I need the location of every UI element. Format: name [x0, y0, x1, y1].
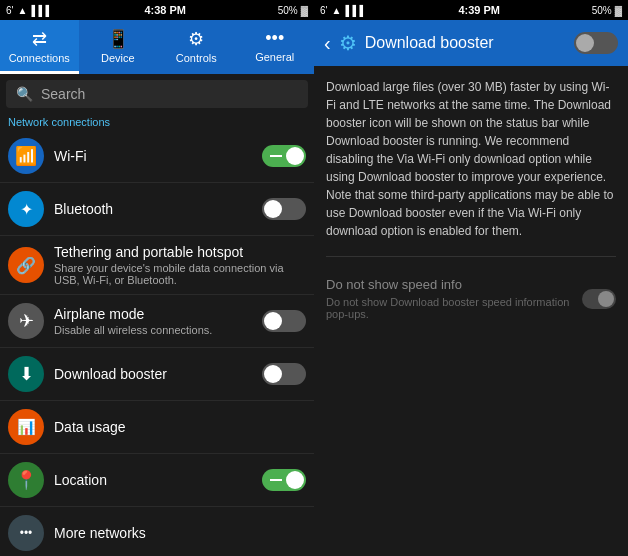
left-panel: 6' ▲ ▌▌▌ 4:38 PM 50% ▓ ⇄ Connections 📱 D… [0, 0, 314, 556]
tethering-title: Tethering and portable hotspot [54, 244, 306, 260]
tab-connections-label: Connections [9, 52, 70, 64]
tab-general-label: General [255, 51, 294, 63]
general-icon: ••• [265, 28, 284, 49]
right-wifi-icon: ▲ [331, 5, 341, 16]
tab-device[interactable]: 📱 Device [79, 20, 158, 74]
back-button[interactable]: ‹ [324, 32, 331, 55]
tab-controls-label: Controls [176, 52, 217, 64]
tethering-text: Tethering and portable hotspot Share you… [54, 244, 306, 286]
airplane-toggle[interactable] [262, 310, 306, 332]
download-booster-toggle[interactable] [262, 363, 306, 385]
right-battery-icon: ▓ [615, 5, 622, 16]
wifi-toggle-knob [286, 147, 304, 165]
tab-bar: ⇄ Connections 📱 Device ⚙ Controls ••• Ge… [0, 20, 314, 74]
section-label: Network connections [0, 112, 314, 130]
status-time: 4:38 PM [144, 4, 186, 16]
header-toggle[interactable] [574, 32, 618, 54]
right-header: ‹ ⚙ Download booster [314, 20, 628, 66]
airplane-toggle-knob [264, 312, 282, 330]
download-booster-text: Download booster [54, 366, 262, 382]
right-status-time: 4:39 PM [458, 4, 500, 16]
header-gear-icon: ⚙ [339, 31, 357, 55]
download-booster-toggle-knob [264, 365, 282, 383]
location-toggle[interactable] [262, 469, 306, 491]
speed-info-title: Do not show speed info [326, 277, 582, 292]
menu-item-tethering[interactable]: 🔗 Tethering and portable hotspot Share y… [0, 236, 314, 295]
menu-item-location[interactable]: 📍 Location [0, 454, 314, 507]
battery-text: 50% [278, 5, 298, 16]
divider [326, 256, 616, 257]
signal-text: 6' [6, 5, 13, 16]
battery-icon: ▓ [301, 5, 308, 16]
speed-info-text: Do not show speed info Do not show Downl… [326, 277, 582, 320]
left-status-bar: 6' ▲ ▌▌▌ 4:38 PM 50% ▓ [0, 0, 314, 20]
menu-item-more-networks[interactable]: ••• More networks [0, 507, 314, 556]
wifi-icon: ▲ [17, 5, 27, 16]
right-signal-text: 6' [320, 5, 327, 16]
airplane-title: Airplane mode [54, 306, 262, 322]
right-status-right: 50% ▓ [592, 5, 622, 16]
location-toggle-line [270, 479, 282, 481]
airplane-subtitle: Disable all wireless connections. [54, 324, 262, 336]
status-left: 6' ▲ ▌▌▌ [6, 5, 53, 16]
controls-icon: ⚙ [188, 28, 204, 50]
menu-list: 📶 Wi-Fi ✦ Bluetooth 🔗 Tethering and port [0, 130, 314, 556]
search-bar[interactable]: 🔍 Search [6, 80, 308, 108]
right-status-left: 6' ▲ ▌▌▌ [320, 5, 367, 16]
data-usage-title: Data usage [54, 419, 306, 435]
wifi-text: Wi-Fi [54, 148, 262, 164]
location-icon: 📍 [8, 462, 44, 498]
bluetooth-title: Bluetooth [54, 201, 262, 217]
right-content: Download large files (over 30 MB) faster… [314, 66, 628, 556]
connections-icon: ⇄ [32, 28, 47, 50]
tethering-icon: 🔗 [8, 247, 44, 283]
wifi-title: Wi-Fi [54, 148, 262, 164]
more-networks-text: More networks [54, 525, 306, 541]
speed-info-toggle[interactable] [582, 289, 616, 309]
location-text: Location [54, 472, 262, 488]
download-booster-icon: ⬇ [8, 356, 44, 392]
airplane-text: Airplane mode Disable all wireless conne… [54, 306, 262, 336]
tab-connections[interactable]: ⇄ Connections [0, 20, 79, 74]
bluetooth-text: Bluetooth [54, 201, 262, 217]
wifi-toggle-line [270, 155, 282, 157]
download-booster-title: Download booster [54, 366, 262, 382]
menu-item-download-booster[interactable]: ⬇ Download booster [0, 348, 314, 401]
right-battery-text: 50% [592, 5, 612, 16]
more-networks-icon: ••• [8, 515, 44, 551]
search-placeholder: Search [41, 86, 85, 102]
menu-item-data-usage[interactable]: 📊 Data usage [0, 401, 314, 454]
bluetooth-toggle[interactable] [262, 198, 306, 220]
menu-item-wifi[interactable]: 📶 Wi-Fi [0, 130, 314, 183]
device-icon: 📱 [107, 28, 129, 50]
status-right: 50% ▓ [278, 5, 308, 16]
speed-info-section: Do not show speed info Do not show Downl… [326, 265, 616, 328]
search-icon: 🔍 [16, 86, 33, 102]
location-title: Location [54, 472, 262, 488]
wifi-icon: 📶 [8, 138, 44, 174]
right-status-bar: 6' ▲ ▌▌▌ 4:39 PM 50% ▓ [314, 0, 628, 20]
tab-device-label: Device [101, 52, 135, 64]
speed-info-subtitle: Do not show Download booster speed infor… [326, 296, 582, 320]
header-toggle-knob [576, 34, 594, 52]
airplane-icon: ✈ [8, 303, 44, 339]
bluetooth-icon: ✦ [8, 191, 44, 227]
signal-icon: ▌▌▌ [31, 5, 52, 16]
right-signal-icon: ▌▌▌ [345, 5, 366, 16]
bluetooth-toggle-knob [264, 200, 282, 218]
tab-controls[interactable]: ⚙ Controls [157, 20, 236, 74]
speed-toggle-row: Do not show speed info Do not show Downl… [326, 277, 616, 320]
menu-item-airplane[interactable]: ✈ Airplane mode Disable all wireless con… [0, 295, 314, 348]
data-usage-text: Data usage [54, 419, 306, 435]
speed-info-toggle-knob [598, 291, 614, 307]
right-header-title: Download booster [365, 34, 566, 52]
right-panel: 6' ▲ ▌▌▌ 4:39 PM 50% ▓ ‹ ⚙ Download boos… [314, 0, 628, 556]
wifi-toggle[interactable] [262, 145, 306, 167]
data-usage-icon: 📊 [8, 409, 44, 445]
menu-item-bluetooth[interactable]: ✦ Bluetooth [0, 183, 314, 236]
location-toggle-knob [286, 471, 304, 489]
tethering-subtitle: Share your device's mobile data connecti… [54, 262, 306, 286]
more-networks-title: More networks [54, 525, 306, 541]
description-text: Download large files (over 30 MB) faster… [326, 78, 616, 240]
tab-general[interactable]: ••• General [236, 20, 315, 74]
